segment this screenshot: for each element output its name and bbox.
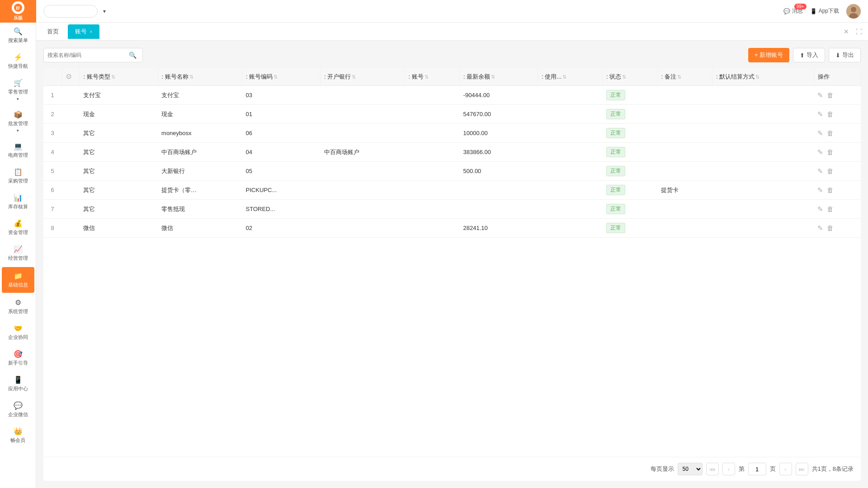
- col-code[interactable]: : 账号编码⇅: [242, 68, 321, 86]
- export-icon: ⬇: [835, 52, 840, 59]
- delete-button-7[interactable]: 🗑: [827, 224, 834, 232]
- sidebar-item-purchase[interactable]: 📋 采购管理: [0, 163, 36, 189]
- sidebar-label-search: 搜索菜单: [8, 37, 28, 44]
- row-default-payment-2: [712, 124, 814, 143]
- delete-button-0[interactable]: 🗑: [827, 91, 834, 99]
- row-usage-0: [538, 86, 603, 105]
- message-badge: 99+: [794, 4, 807, 9]
- app_center-icon: 📱: [14, 375, 23, 384]
- delete-button-5[interactable]: 🗑: [827, 186, 834, 194]
- export-button[interactable]: ⬇ 导出: [829, 48, 861, 62]
- delete-button-3[interactable]: 🗑: [827, 148, 834, 156]
- page-size-select[interactable]: 102050100: [678, 463, 703, 475]
- sidebar: 好 乐版 🔍 搜索菜单 ⚡ 快捷导航 🛒 零售管理 ▾ 📦 批发管理 ▾ 💻 电…: [0, 0, 36, 488]
- app-download-button[interactable]: 📱 App下载: [810, 7, 839, 15]
- col-account[interactable]: : 账号⇅: [405, 68, 459, 86]
- col-bank[interactable]: : 开户银行⇅: [321, 68, 405, 86]
- col-name[interactable]: : 账号名称⇅: [158, 68, 242, 86]
- sidebar-item-retail[interactable]: 🛒 零售管理 ▾: [0, 74, 36, 106]
- sidebar-item-wholesale[interactable]: 📦 批发管理 ▾: [0, 106, 36, 137]
- delete-button-2[interactable]: 🗑: [827, 129, 834, 137]
- search-input[interactable]: [47, 52, 129, 58]
- maximize-button[interactable]: ⛶: [854, 26, 864, 37]
- row-default-payment-3: [712, 143, 814, 162]
- row-remark-6: [657, 200, 712, 219]
- sidebar-item-inventory[interactable]: 📊 库存核算: [0, 189, 36, 215]
- delete-button-1[interactable]: 🗑: [827, 110, 834, 118]
- row-name-2: moneybosx: [158, 124, 242, 143]
- add-account-button[interactable]: + 新增账号: [748, 48, 789, 62]
- edit-button-2[interactable]: ✎: [817, 129, 823, 137]
- sidebar-item-search[interactable]: 🔍 搜索菜单: [0, 23, 36, 48]
- edit-button-3[interactable]: ✎: [817, 148, 823, 156]
- sidebar-item-system[interactable]: ⚙ 系统管理: [0, 294, 36, 319]
- sidebar-item-wechat[interactable]: 💬 企业微信: [0, 397, 36, 422]
- sidebar-item-guide[interactable]: 🎯 新手引导: [0, 345, 36, 371]
- col-label-default_payment: : 默认结算方式: [716, 73, 755, 80]
- sidebar-item-app_center[interactable]: 📱 应用中心: [0, 371, 36, 397]
- table-row: 5其它大新银行05500.00正常 ✎ 🗑: [43, 162, 861, 181]
- sidebar-item-operations[interactable]: 📈 经营管理: [0, 240, 36, 266]
- edit-button-1[interactable]: ✎: [817, 110, 823, 118]
- row-type-0: 支付宝: [80, 86, 158, 105]
- message-button[interactable]: 💬 消息 99+: [783, 7, 803, 15]
- finance-icon: 💰: [14, 219, 23, 228]
- col-balance[interactable]: : 最新余额⇅: [460, 68, 538, 86]
- status-badge: 正常: [606, 204, 625, 214]
- svg-text:好: 好: [15, 6, 20, 10]
- close-tab-button[interactable]: ✕: [841, 26, 852, 37]
- tab-home[interactable]: 首页: [40, 24, 66, 39]
- col-default_payment[interactable]: : 默认结算方式⇅: [712, 68, 814, 86]
- sidebar-item-member[interactable]: 👑 畅会员: [0, 422, 36, 448]
- user-avatar[interactable]: [846, 4, 861, 19]
- tab-account[interactable]: 账号×: [68, 24, 99, 39]
- first-page-button[interactable]: ⏮: [706, 463, 719, 475]
- delete-button-6[interactable]: 🗑: [827, 205, 834, 213]
- row-code-0: 03: [242, 86, 321, 105]
- import-button[interactable]: ⬆ 导入: [793, 48, 825, 62]
- col-status[interactable]: : 状态⇅: [603, 68, 657, 86]
- sort-icon-name: ⇅: [189, 74, 193, 80]
- sidebar-item-cooperation[interactable]: 🤝 企业协同: [0, 319, 36, 345]
- sidebar-label-app_center: 应用中心: [8, 385, 28, 392]
- row-type-1: 现金: [80, 105, 158, 124]
- edit-button-7[interactable]: ✎: [817, 224, 823, 232]
- row-remark-0: [657, 86, 712, 105]
- topbar-search-input[interactable]: [43, 5, 98, 18]
- app-logo: 好 乐版: [0, 0, 36, 23]
- page-suffix: 页: [770, 465, 776, 473]
- next-page-button[interactable]: ›: [779, 463, 792, 475]
- edit-button-6[interactable]: ✎: [817, 205, 823, 213]
- prev-page-button[interactable]: ‹: [722, 463, 735, 475]
- settings-icon[interactable]: ⚙: [66, 73, 72, 80]
- close-tab-account-icon[interactable]: ×: [90, 29, 92, 34]
- sidebar-item-ecommerce[interactable]: 💻 电商管理: [0, 137, 36, 163]
- col-type[interactable]: : 账号类型⇅: [80, 68, 158, 86]
- search-icon[interactable]: 🔍: [129, 52, 137, 59]
- edit-button-4[interactable]: ✎: [817, 167, 823, 175]
- sidebar-item-finance[interactable]: 💰 资金管理: [0, 215, 36, 240]
- operations-icon: 📈: [14, 245, 23, 253]
- row-bank-4: [321, 162, 405, 181]
- col-remark[interactable]: : 备注⇅: [657, 68, 712, 86]
- edit-button-0[interactable]: ✎: [817, 91, 823, 99]
- sidebar-item-basic[interactable]: 📁 基础信息: [2, 267, 34, 293]
- sort-icon-status: ⇅: [622, 74, 626, 80]
- topbar-dropdown[interactable]: ▾: [103, 8, 106, 14]
- row-settings-7: [61, 219, 80, 238]
- row-balance-0: -90444.00: [460, 86, 538, 105]
- page-input[interactable]: [748, 463, 766, 475]
- col-usage[interactable]: : 使用...⇅: [538, 68, 603, 86]
- delete-button-4[interactable]: 🗑: [827, 167, 834, 175]
- row-no: 7: [43, 200, 61, 219]
- row-settings-4: [61, 162, 80, 181]
- last-page-button[interactable]: ⏭: [796, 463, 808, 475]
- sort-icon-bank: ⇅: [352, 74, 356, 80]
- edit-button-5[interactable]: ✎: [817, 186, 823, 194]
- row-action-2: ✎ 🗑: [814, 124, 860, 143]
- phone-icon: 📱: [810, 8, 817, 14]
- retail-icon: 🛒: [14, 79, 23, 87]
- row-no: 6: [43, 181, 61, 200]
- sidebar-item-quicknav[interactable]: ⚡ 快捷导航: [0, 48, 36, 74]
- tab-maximize-controls: ✕ ⛶: [841, 26, 864, 37]
